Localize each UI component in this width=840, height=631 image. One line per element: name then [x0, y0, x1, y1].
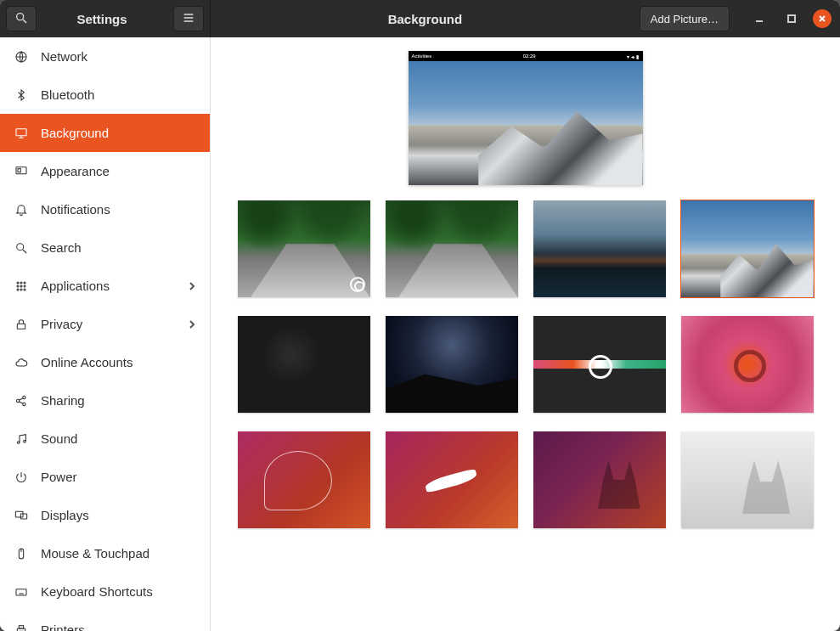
- svg-point-18: [20, 282, 22, 284]
- sidebar-item-printers[interactable]: Printers: [0, 611, 210, 631]
- close-button[interactable]: [813, 9, 832, 28]
- sidebar-item-power[interactable]: Power: [0, 458, 210, 496]
- svg-rect-35: [20, 514, 26, 519]
- sidebar-item-network[interactable]: Network: [0, 37, 210, 76]
- wallpaper-image: [681, 316, 814, 413]
- sidebar-item-appearance[interactable]: Appearance: [0, 152, 210, 190]
- wallpaper-thumb[interactable]: [533, 316, 666, 413]
- current-wallpaper-preview-wrap: Activities 02:29 ▾ ◂› ▮: [211, 37, 840, 200]
- headerbar: Settings Background Add Picture…: [0, 0, 840, 37]
- sidebar-item-label: Appearance: [41, 164, 196, 178]
- svg-point-21: [20, 285, 22, 287]
- bluetooth-icon: [14, 87, 29, 103]
- settings-title: Settings: [37, 12, 167, 26]
- maximize-button[interactable]: [781, 8, 803, 30]
- sidebar-item-displays[interactable]: Displays: [0, 496, 210, 534]
- svg-line-1: [23, 20, 26, 23]
- search-icon: [14, 11, 28, 27]
- wallpaper-image: [386, 316, 518, 413]
- svg-point-33: [24, 440, 26, 442]
- sidebar-item-bluetooth[interactable]: Bluetooth: [0, 76, 210, 114]
- settings-window: Settings Background Add Picture…: [0, 0, 840, 631]
- sidebar-item-label: Sharing: [41, 393, 196, 408]
- sidebar-item-label: Keyboard Shortcuts: [41, 584, 196, 599]
- wallpaper-thumb[interactable]: [386, 200, 518, 297]
- wallpaper-thumb[interactable]: [238, 200, 370, 297]
- cloud-icon: [14, 355, 29, 370]
- sidebar-item-online-accounts[interactable]: Online Accounts: [0, 343, 210, 381]
- svg-rect-6: [788, 15, 795, 22]
- svg-point-23: [17, 289, 19, 290]
- svg-rect-14: [18, 168, 20, 172]
- wallpaper-thumb[interactable]: [681, 431, 814, 528]
- sidebar-item-label: Online Accounts: [41, 355, 196, 369]
- wallpaper-thumb[interactable]: [238, 431, 370, 528]
- wallpaper-image: [681, 431, 814, 528]
- sidebar-item-label: Power: [41, 470, 196, 484]
- sidebar-item-label: Network: [41, 49, 196, 64]
- sidebar-item-notifications[interactable]: Notifications: [0, 190, 210, 228]
- sidebar[interactable]: NetworkBluetoothBackgroundAppearanceNoti…: [0, 37, 211, 631]
- printer-icon: [14, 623, 29, 632]
- sidebar-item-sound[interactable]: Sound: [0, 420, 210, 458]
- headerbar-left: Settings: [0, 0, 211, 37]
- svg-point-32: [17, 441, 20, 443]
- svg-rect-10: [16, 128, 26, 135]
- chevron-right-icon: [188, 279, 196, 293]
- wallpaper-image: [238, 431, 370, 528]
- power-icon: [14, 470, 29, 485]
- menu-button[interactable]: [173, 6, 204, 31]
- svg-point-25: [24, 289, 25, 290]
- svg-rect-26: [17, 324, 25, 329]
- sidebar-item-privacy[interactable]: Privacy: [0, 305, 210, 343]
- wallpaper-thumb[interactable]: [533, 431, 666, 528]
- wallpaper-thumb[interactable]: [386, 316, 518, 413]
- sidebar-item-search[interactable]: Search: [0, 228, 210, 267]
- sidebar-item-sharing[interactable]: Sharing: [0, 381, 210, 420]
- minimize-icon: [754, 12, 764, 26]
- sidebar-item-applications[interactable]: Applications: [0, 267, 210, 305]
- sidebar-item-label: Applications: [41, 279, 176, 293]
- preview-image: [409, 51, 643, 185]
- svg-point-20: [17, 285, 19, 287]
- wallpaper-grid: [211, 200, 840, 528]
- share-icon: [14, 393, 29, 408]
- add-picture-label: Add Picture…: [651, 13, 719, 25]
- sidebar-item-label: Privacy: [41, 317, 176, 331]
- preview-status-icons: ▾ ◂› ▮: [627, 54, 639, 59]
- preview-clock: 02:29: [523, 54, 536, 59]
- wallpaper-thumb[interactable]: [386, 431, 518, 528]
- sidebar-item-keyboard-shortcuts[interactable]: Keyboard Shortcuts: [0, 572, 210, 611]
- sidebar-item-background[interactable]: Background: [0, 114, 210, 152]
- search-button[interactable]: [6, 6, 37, 31]
- wallpaper-image: [386, 431, 518, 528]
- wallpaper-thumb[interactable]: [681, 316, 814, 413]
- add-picture-button[interactable]: Add Picture…: [640, 6, 730, 31]
- minimize-button[interactable]: [748, 8, 770, 30]
- wallpaper-image: [533, 316, 666, 413]
- search-icon: [14, 240, 29, 256]
- svg-point-22: [24, 285, 25, 287]
- wallpaper-thumb[interactable]: [681, 200, 814, 297]
- wallpaper-image: [533, 431, 666, 528]
- svg-point-24: [20, 289, 22, 290]
- globe-icon: [14, 49, 29, 65]
- wallpaper-image: [238, 316, 370, 413]
- sidebar-item-label: Printers: [41, 623, 196, 631]
- background-panel: Activities 02:29 ▾ ◂› ▮: [211, 37, 840, 631]
- wallpaper-thumb[interactable]: [533, 200, 666, 297]
- music-icon: [14, 431, 29, 447]
- sidebar-item-label: Bluetooth: [41, 87, 196, 102]
- slideshow-badge-icon: [350, 277, 365, 292]
- maximize-icon: [786, 12, 797, 26]
- close-icon: [817, 12, 827, 26]
- window-body: NetworkBluetoothBackgroundAppearanceNoti…: [0, 37, 840, 631]
- hamburger-icon: [182, 11, 195, 27]
- sidebar-item-mouse-touchpad[interactable]: Mouse & Touchpad: [0, 534, 210, 572]
- wallpaper-thumb[interactable]: [238, 316, 370, 413]
- current-wallpaper-preview: Activities 02:29 ▾ ◂› ▮: [409, 51, 643, 185]
- displays-icon: [14, 508, 29, 523]
- bell-icon: [14, 202, 29, 217]
- preview-topbar: Activities 02:29 ▾ ◂› ▮: [409, 51, 643, 61]
- sidebar-item-label: Mouse & Touchpad: [41, 546, 196, 561]
